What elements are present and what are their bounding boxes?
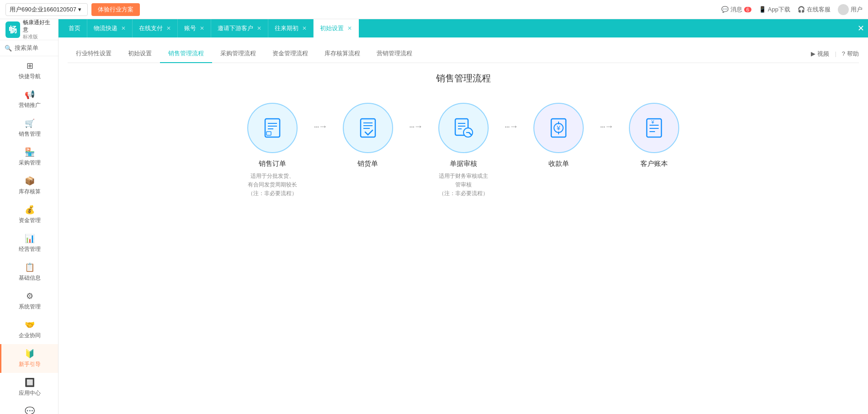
header-right: 💬 消息 6 📱 App下载 🎧 在线客服 用户 [721, 4, 863, 15]
logo-sub-text: 标准版 [23, 33, 53, 40]
flow-arrow-4: ···→ [600, 103, 613, 132]
receipt-icon: ¥ [547, 116, 570, 140]
sidebar: 畅 畅康通好生意 标准版 🔍 搜索菜单 ⊞ 快捷导航 📢 营销推广 🛒 销售管理… [0, 19, 59, 414]
top-header: 用户690企业1660120507 ▾ 体验行业方案 💬 消息 6 📱 App下… [0, 0, 868, 19]
nav-tab-initial-setup[interactable]: 初始设置 ✕ [314, 19, 359, 37]
sidebar-item-inventory[interactable]: 📦 库存核算 [0, 171, 58, 200]
handshake-icon: 🤝 [25, 320, 35, 330]
sub-tab-purchase-flow[interactable]: 采购管理流程 [212, 45, 264, 63]
video-link[interactable]: ▶ 视频 [811, 50, 829, 58]
nav-tab-logistics[interactable]: 物流快递 ✕ [87, 19, 133, 37]
app-download-label: App下载 [768, 5, 790, 14]
sidebar-item-label: 经营管理 [19, 245, 41, 253]
nav-tabs: 首页 物流快递 ✕ 在线支付 ✕ 账号 ✕ 邀请下游客户 ✕ 往来期初 ✕ [59, 19, 868, 37]
nav-tab-online-payment[interactable]: 在线支付 ✕ [133, 19, 178, 37]
svg-text:¥: ¥ [651, 119, 655, 125]
sales-order-icon [261, 116, 284, 140]
online-service-item[interactable]: 🎧 在线客服 [798, 5, 831, 14]
content: 行业特性设置 初始设置 销售管理流程 采购管理流程 资金管理流程 库存核算流程 [59, 37, 868, 414]
logo-text: 畅康通好生意 标准版 [23, 19, 53, 40]
message-label: 消息 [730, 5, 742, 14]
sidebar-search-item[interactable]: 🔍 搜索菜单 [0, 40, 58, 56]
megaphone-icon: 📢 [25, 90, 35, 100]
sub-tab-marketing-flow[interactable]: 营销管理流程 [368, 45, 421, 63]
grid-icon: ⊞ [27, 61, 33, 71]
message-badge: 6 [744, 7, 751, 12]
app-download-icon: 📱 [759, 6, 766, 13]
user-item[interactable]: 用户 [838, 4, 863, 15]
chevron-down-icon: ▾ [78, 6, 81, 13]
flow-label-document-review: 单据审核 [450, 159, 477, 168]
flow-desc-document-review: 适用于财务审核或主管审核（注：非必要流程） [439, 172, 488, 198]
flow-arrow-2: ···→ [409, 103, 422, 132]
nav-tab-home-label: 首页 [69, 24, 80, 32]
search-icon: 🔍 [5, 45, 12, 52]
sidebar-item-label: 企业协同 [19, 332, 41, 340]
sidebar-item-sales-mgmt[interactable]: 🛒 销售管理 [0, 114, 58, 143]
sidebar-item-marketing-promo[interactable]: 📢 营销推广 [0, 85, 58, 114]
app-download-item[interactable]: 📱 App下载 [759, 5, 790, 14]
nav-tab-past-period-label: 往来期初 [275, 24, 298, 32]
flow-container: 销售订单 适用于分批发货、有合同发货周期较长（注：非必要流程） ···→ [68, 103, 859, 198]
nav-tab-account[interactable]: 账号 ✕ [178, 19, 211, 37]
nav-tab-invite-downstream-close[interactable]: ✕ [257, 25, 261, 32]
flow-step-sales-invoice[interactable]: 销货单 [327, 103, 409, 172]
nav-tab-initial-setup-label: 初始设置 [320, 24, 344, 32]
flow-label-sales-order: 销售订单 [259, 159, 286, 168]
sub-tab-sales-flow[interactable]: 销售管理流程 [160, 45, 212, 63]
customer-account-icon: ¥ [642, 116, 666, 140]
nav-tab-home[interactable]: 首页 [62, 19, 87, 37]
main: 首页 物流快递 ✕ 在线支付 ✕ 账号 ✕ 邀请下游客户 ✕ 往来期初 ✕ [59, 19, 868, 414]
nav-tab-online-payment-close[interactable]: ✕ [166, 25, 171, 32]
nav-tab-logistics-close[interactable]: ✕ [121, 25, 126, 32]
nav-tab-initial-setup-close[interactable]: ✕ [347, 25, 352, 32]
close-all-tabs[interactable]: ✕ [857, 23, 864, 33]
sidebar-item-label: 系统管理 [19, 303, 41, 311]
sidebar-item-purchase-mgmt[interactable]: 🏪 采购管理 [0, 143, 58, 171]
trial-btn[interactable]: 体验行业方案 [91, 3, 140, 16]
flow-step-sales-order[interactable]: 销售订单 适用于分批发货、有合同发货周期较长（注：非必要流程） [231, 103, 314, 198]
flow-step-document-review[interactable]: 单据审核 适用于财务审核或主管审核（注：非必要流程） [422, 103, 505, 198]
flow-step-customer-account[interactable]: ¥ 客户账本 [613, 103, 695, 172]
sidebar-item-basic-info[interactable]: 📋 基础信息 [0, 258, 58, 287]
wechat-icon: 💬 [25, 406, 35, 414]
header-left: 用户690企业1660120507 ▾ 体验行业方案 [5, 3, 140, 16]
sub-tab-finance-flow[interactable]: 资金管理流程 [264, 45, 316, 63]
sidebar-item-new-guide[interactable]: 🔰 新手引导 [0, 344, 58, 373]
flow-circle-receipt: ¥ [533, 103, 584, 153]
sidebar-item-system-mgmt[interactable]: ⚙ 系统管理 [0, 287, 58, 315]
flow-label-receipt: 收款单 [548, 159, 569, 168]
sidebar-item-app-center[interactable]: 🔲 应用中心 [0, 373, 58, 402]
flow-circle-sales-order [247, 103, 298, 153]
sidebar-item-enterprise-coop[interactable]: 🤝 企业协同 [0, 315, 58, 344]
nav-tab-account-close[interactable]: ✕ [200, 25, 204, 32]
sales-invoice-icon [356, 116, 380, 140]
sidebar-item-quick-nav[interactable]: ⊞ 快捷导航 [0, 56, 58, 85]
user-selector[interactable]: 用户690企业1660120507 ▾ [5, 3, 88, 16]
help-link[interactable]: ? 帮助 [842, 50, 859, 58]
message-item[interactable]: 💬 消息 6 [721, 5, 751, 14]
nav-tab-past-period[interactable]: 往来期初 ✕ [268, 19, 314, 37]
flow-step-receipt[interactable]: ¥ 收款单 [517, 103, 600, 172]
nav-tab-online-payment-label: 在线支付 [139, 24, 163, 32]
money-icon: 💰 [25, 205, 35, 215]
headset-icon: 🎧 [798, 6, 805, 13]
nav-tab-past-period-close[interactable]: ✕ [302, 25, 307, 32]
flow-desc-sales-order: 适用于分批发货、有合同发货周期较长（注：非必要流程） [248, 172, 297, 198]
sub-tabs: 行业特性设置 初始设置 销售管理流程 采购管理流程 资金管理流程 库存核算流程 [68, 45, 859, 63]
search-label: 搜索菜单 [15, 44, 38, 52]
sidebar-item-finance-mgmt[interactable]: 💰 资金管理 [0, 200, 58, 229]
play-icon: ▶ [811, 50, 815, 57]
sub-tab-right: ▶ 视频 | ? 帮助 [811, 50, 859, 58]
sidebar-item-operations-mgmt[interactable]: 📊 经营管理 [0, 229, 58, 258]
question-icon: ? [842, 50, 845, 57]
sidebar-item-label: 应用中心 [19, 389, 41, 397]
flow-label-customer-account: 客户账本 [640, 159, 668, 168]
flow-arrow-3: ···→ [505, 103, 518, 132]
sub-tab-inventory-flow[interactable]: 库存核算流程 [316, 45, 368, 63]
sidebar-item-enterprise-wechat[interactable]: 💬 企业微信 [0, 402, 58, 414]
sub-tab-initial-setup[interactable]: 初始设置 [120, 45, 160, 63]
sub-tab-industry-settings[interactable]: 行业特性设置 [68, 45, 120, 63]
flow-label-sales-invoice: 销货单 [357, 159, 378, 168]
nav-tab-invite-downstream[interactable]: 邀请下游客户 ✕ [211, 19, 268, 37]
